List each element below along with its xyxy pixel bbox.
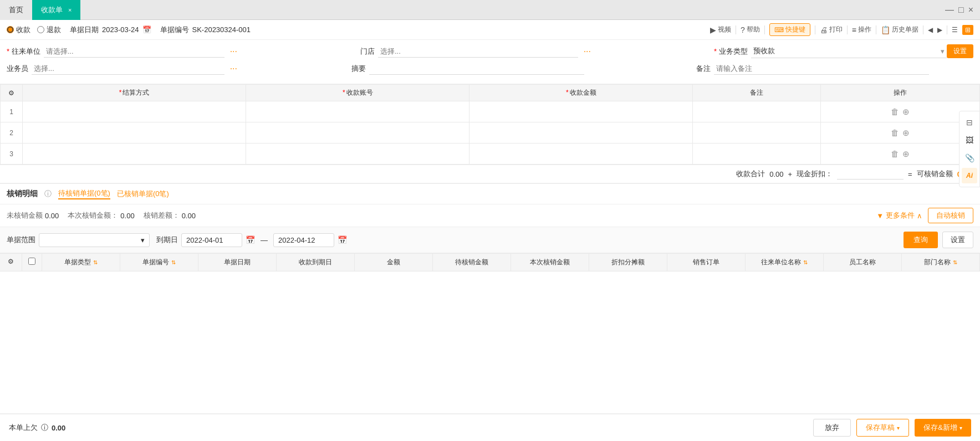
save-new-btn[interactable]: 保存&新增 ▾: [915, 419, 971, 437]
row-3-account[interactable]: [246, 143, 469, 165]
summary-input[interactable]: [369, 63, 584, 75]
sum-row: 收款合计 0.00 + 现金折扣： = 可核销金额 0.00: [0, 165, 980, 183]
done-tab[interactable]: 已核销单据(0笔): [117, 189, 169, 199]
range-arrow: ▾: [141, 236, 145, 244]
table-row: 1 🗑 ⊕: [1, 101, 980, 122]
nav-prev-icon[interactable]: ◀: [928, 26, 933, 34]
row-1-copy-icon[interactable]: ⊕: [902, 107, 910, 117]
row-1-settlement[interactable]: [23, 101, 246, 122]
range-field: 单据范围 ▾: [7, 233, 150, 247]
select-all-checkbox[interactable]: [28, 258, 35, 265]
tab-home[interactable]: 首页: [0, 0, 32, 20]
range-select[interactable]: ▾: [39, 233, 150, 247]
footer-btns: 放弃 保存草稿 ▾ 保存&新增 ▾: [813, 419, 971, 437]
remark-input[interactable]: [714, 63, 929, 75]
shop-more-icon[interactable]: ···: [581, 47, 593, 57]
help-btn[interactable]: ? 帮助: [741, 25, 760, 34]
row-3-amount[interactable]: [469, 143, 693, 165]
side-table-icon[interactable]: ⊟: [962, 115, 977, 130]
date-label: 单据日期: [70, 25, 99, 35]
bt-col-dept[interactable]: 部门名称 ⇅: [902, 254, 980, 271]
row-2-amount[interactable]: [469, 122, 693, 143]
table-row: 2 🗑 ⊕: [1, 122, 980, 143]
remark-label: 备注: [696, 64, 711, 74]
print-btn[interactable]: 🖨 打印: [820, 25, 843, 34]
col-gear[interactable]: ⚙: [1, 85, 23, 101]
radio-refund-label: 退款: [47, 25, 61, 35]
main-content: 收款 退款 单据日期 2023-03-24 📅 单据编号 SK-20230324…: [0, 20, 980, 441]
video-label: 视频: [718, 25, 731, 34]
abandon-btn[interactable]: 放弃: [813, 419, 851, 437]
row-1-account[interactable]: [246, 101, 469, 122]
row-2-delete-icon[interactable]: 🗑: [891, 128, 899, 137]
history-btn[interactable]: 📋 历史单据: [881, 25, 918, 34]
cal-to-icon[interactable]: 📅: [338, 235, 347, 244]
list-view-icon[interactable]: ☰: [952, 26, 958, 34]
bt-col-counterpart[interactable]: 往来单位名称 ⇅: [746, 254, 824, 271]
bt-col-type[interactable]: 单据类型 ⇅: [42, 254, 120, 271]
business-type-value: 预收款: [753, 46, 938, 56]
row-3-settlement[interactable]: [23, 143, 246, 165]
shop-field: 门店 ···: [360, 45, 593, 58]
row-2-action: 🗑 ⊕: [821, 122, 980, 143]
row-1-delete-icon[interactable]: 🗑: [891, 107, 899, 116]
close-btn[interactable]: ×: [968, 5, 973, 15]
radio-receive[interactable]: 收款: [7, 25, 30, 35]
grid-view-icon[interactable]: ⊞: [962, 25, 973, 35]
row-1-amount[interactable]: [469, 101, 693, 122]
reconcile-settings-btn[interactable]: 设置: [942, 232, 973, 248]
more-conditions-btn[interactable]: ▼ 更多条件 ∧: [876, 211, 922, 221]
row-2-remark[interactable]: [693, 122, 821, 143]
side-image-icon[interactable]: 🖼: [962, 132, 977, 148]
cal-from-icon[interactable]: 📅: [246, 235, 255, 244]
radio-refund[interactable]: 退款: [37, 25, 61, 35]
staff-more-icon[interactable]: ···: [228, 64, 239, 74]
staff-input[interactable]: [32, 63, 224, 75]
bt-col-number[interactable]: 单据编号 ⇅: [120, 254, 198, 271]
row-2-account[interactable]: [246, 122, 469, 143]
this-order-info-icon[interactable]: ⓘ: [41, 423, 48, 433]
counterpart-more-icon[interactable]: ···: [228, 47, 239, 57]
staff-field: 业务员 ···: [7, 63, 239, 75]
plus-sign: +: [788, 170, 793, 178]
discount-input[interactable]: [837, 168, 904, 180]
draft-btn[interactable]: 保存草稿 ▾: [856, 419, 909, 437]
date-to-input[interactable]: [273, 233, 334, 247]
bottom-footer: 本单上欠 ⓘ 0.00 放弃 保存草稿 ▾ 保存&新增 ▾: [0, 413, 980, 441]
business-type-field: 业务类型 预收款 ▾: [714, 44, 947, 58]
pending-tab[interactable]: 待核销单据(0笔): [58, 188, 110, 199]
quickkey-btn[interactable]: ⌨ 快捷键: [769, 23, 810, 36]
reconcile-header: 核销明细 ⓘ 待核销单据(0笔) 已核销单据(0笔): [0, 184, 980, 204]
date-from-input[interactable]: [181, 233, 242, 247]
bt-col-checkbox[interactable]: [22, 254, 42, 271]
side-link-icon[interactable]: 📎: [962, 150, 977, 166]
operations-btn[interactable]: ≡ 操作: [852, 25, 871, 34]
row-3-delete-icon[interactable]: 🗑: [891, 149, 899, 158]
bt-col-gear[interactable]: ⚙: [0, 254, 22, 271]
query-btn[interactable]: 查询: [904, 232, 938, 248]
settings-btn[interactable]: 设置: [947, 44, 973, 58]
print-label: 打印: [829, 25, 843, 34]
row-2-settlement[interactable]: [23, 122, 246, 143]
filter-icon: ▼: [876, 212, 884, 220]
row-1-action: 🗑 ⊕: [821, 101, 980, 122]
row-2-copy-icon[interactable]: ⊕: [902, 128, 910, 138]
reconcile-info-icon[interactable]: ⓘ: [44, 189, 52, 199]
tab-current[interactable]: 收款单 ×: [32, 0, 80, 20]
shop-input[interactable]: [378, 45, 578, 58]
row-1-remark[interactable]: [693, 101, 821, 122]
table-row: 3 🗑 ⊕: [1, 143, 980, 165]
side-ai-icon[interactable]: Ai: [962, 168, 977, 183]
nav-next-icon[interactable]: ▶: [937, 26, 942, 34]
row-3-copy-icon[interactable]: ⊕: [902, 149, 910, 159]
video-btn[interactable]: ▶ 视频: [710, 25, 731, 34]
maximize-btn[interactable]: □: [958, 5, 964, 15]
row-3-remark[interactable]: [693, 143, 821, 165]
counterpart-input[interactable]: [44, 45, 224, 58]
diff-stat: 核销差额： 0.00: [144, 211, 196, 221]
tab-close-icon[interactable]: ×: [68, 0, 72, 20]
auto-reconcile-btn[interactable]: 自动核销: [928, 208, 973, 223]
calendar-icon[interactable]: 📅: [142, 25, 151, 34]
minimize-btn[interactable]: —: [945, 5, 954, 15]
business-type-select[interactable]: 预收款 ▾: [751, 44, 947, 58]
